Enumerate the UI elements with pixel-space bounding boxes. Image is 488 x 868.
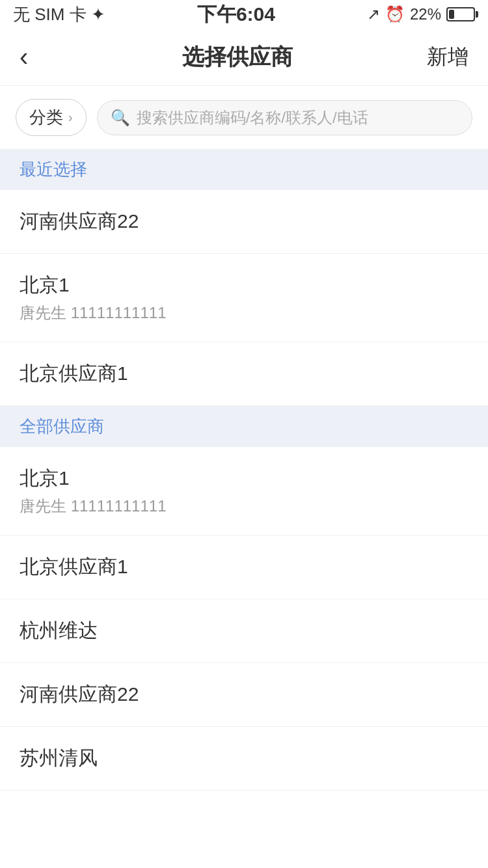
filter-bar: 分类 › 🔍 搜索供应商编码/名称/联系人/电话 [0, 86, 488, 149]
item-name: 河南供应商22 [20, 681, 468, 708]
category-filter-button[interactable]: 分类 › [16, 99, 87, 136]
section-header-recent: 最近选择 [0, 149, 488, 190]
item-name: 杭州维达 [20, 617, 468, 644]
battery-percent: 22% [410, 5, 441, 23]
status-right: ↗ ⏰ 22% [367, 5, 475, 23]
list-item[interactable]: 北京供应商1 [0, 342, 488, 406]
item-name: 北京1 [20, 272, 468, 299]
nav-bar: ‹ 选择供应商 新增 [0, 29, 488, 86]
add-button[interactable]: 新增 [416, 43, 468, 72]
list-item[interactable]: 杭州维达 [0, 599, 488, 663]
search-icon: 🔍 [111, 109, 130, 127]
list-item[interactable]: 河南供应商22 [0, 190, 488, 254]
item-detail: 唐先生 11111111111 [20, 496, 468, 517]
location-icon: ↗ [367, 5, 380, 23]
list-item[interactable]: 北京1唐先生 11111111111 [0, 447, 488, 536]
search-box[interactable]: 🔍 搜索供应商编码/名称/联系人/电话 [97, 100, 472, 135]
search-placeholder: 搜索供应商编码/名称/联系人/电话 [137, 107, 368, 128]
item-name: 河南供应商22 [20, 208, 468, 235]
status-time: 下午6:04 [197, 1, 275, 28]
item-name: 北京供应商1 [20, 360, 468, 387]
list-item[interactable]: 河南供应商22 [0, 663, 488, 727]
list-item[interactable]: 北京1唐先生 11111111111 [0, 254, 488, 342]
alarm-icon: ⏰ [385, 5, 405, 23]
item-detail: 唐先生 11111111111 [20, 303, 468, 323]
item-name: 苏州清风 [20, 745, 468, 772]
page-title: 选择供应商 [182, 42, 293, 72]
no-sim-text: 无 SIM 卡 ✦ [13, 3, 105, 26]
battery-icon [446, 7, 475, 21]
list-item[interactable]: 苏州清风 [0, 727, 488, 791]
category-arrow-icon: › [68, 110, 73, 125]
list-item[interactable]: 北京供应商1 [0, 536, 488, 599]
back-button[interactable]: ‹ [20, 42, 59, 72]
section-header-all: 全部供应商 [0, 406, 488, 447]
status-left: 无 SIM 卡 ✦ [13, 3, 105, 26]
item-name: 北京1 [20, 465, 468, 492]
category-label: 分类 [29, 106, 63, 129]
status-bar: 无 SIM 卡 ✦ 下午6:04 ↗ ⏰ 22% [0, 0, 488, 29]
supplier-list: 最近选择河南供应商22北京1唐先生 11111111111北京供应商1全部供应商… [0, 149, 488, 791]
item-name: 北京供应商1 [20, 554, 468, 580]
